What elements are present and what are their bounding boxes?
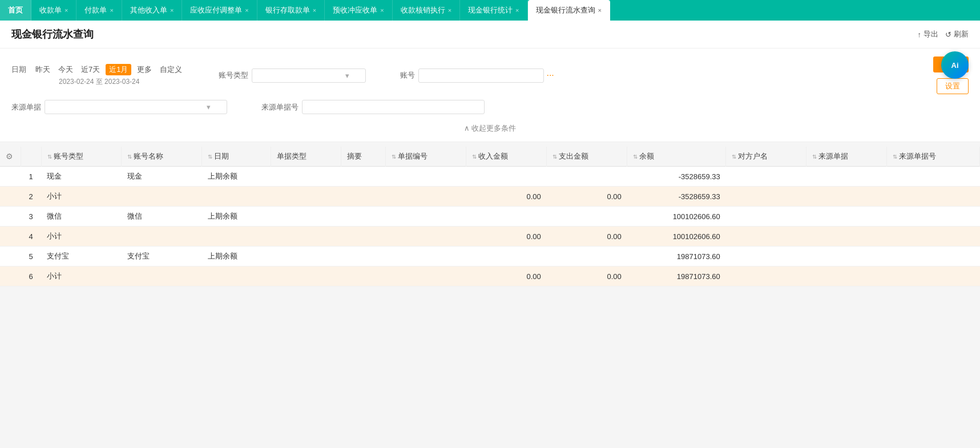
cell-income: 0.00 — [466, 267, 547, 286]
date-btn-1month[interactable]: 近1月 — [106, 64, 131, 75]
close-icon[interactable]: × — [448, 7, 451, 14]
nav-home[interactable]: 首页 — [0, 0, 31, 21]
dots-button[interactable]: ··· — [546, 70, 554, 80]
cell-income — [466, 247, 547, 267]
cell-doc-num — [386, 247, 466, 267]
close-icon[interactable]: × — [515, 7, 519, 14]
chevron-down-icon-2: ▾ — [207, 103, 211, 111]
cell-doc-num — [386, 187, 466, 207]
close-icon[interactable]: × — [110, 7, 113, 14]
close-icon[interactable]: × — [170, 7, 174, 14]
col-gear[interactable]: ⚙ — [0, 147, 21, 167]
date-btn-today[interactable]: 今天 — [56, 64, 75, 75]
refresh-button[interactable]: ↺ 刷新 — [945, 29, 969, 39]
account-type-label: 账号类型 — [219, 70, 248, 80]
date-btn-yesterday[interactable]: 昨天 — [33, 64, 53, 75]
table-header: ⚙ ⇅账号类型 ⇅账号名称 ⇅日期 单据类型 摘要 ⇅单据编号 ⇅收入金额 ⇅支… — [0, 147, 980, 167]
cell-account-type: 现金 — [41, 167, 122, 187]
col-date[interactable]: ⇅日期 — [202, 147, 271, 167]
cell-account-type: 微信 — [41, 207, 122, 227]
cell-gear — [0, 267, 21, 286]
nav-tab-cash-flow[interactable]: 现金银行流水查询 × — [528, 0, 610, 21]
cell-expense — [547, 207, 627, 227]
col-account-type[interactable]: ⇅账号类型 — [41, 147, 122, 167]
cell-balance: 19871073.60 — [627, 247, 726, 267]
col-summary: 摘要 — [341, 147, 386, 167]
cell-date — [202, 187, 271, 207]
chevron-down-icon: ▾ — [345, 71, 349, 80]
cell-gear — [0, 167, 21, 187]
close-icon[interactable]: × — [380, 7, 384, 14]
cell-account-type: 小计 — [41, 227, 122, 247]
table-row: 6小计0.000.0019871073.60 — [0, 267, 980, 286]
account-filter: 账号 ··· — [400, 68, 554, 83]
nav-tab-payments[interactable]: 付款单 × — [76, 0, 122, 21]
close-icon[interactable]: × — [64, 7, 68, 14]
source-doc-select[interactable]: ▾ — [45, 100, 227, 114]
nav-tab-cash-stats[interactable]: 现金银行统计 × — [460, 0, 527, 21]
date-btn-7days[interactable]: 近7天 — [79, 64, 102, 75]
collapse-bar[interactable]: ∧ 收起更多条件 — [11, 120, 969, 136]
col-counterpart[interactable]: ⇅对方户名 — [726, 147, 806, 167]
date-btn-more[interactable]: 更多 — [135, 64, 154, 75]
nav-tab-other-income[interactable]: 其他收入单 × — [122, 0, 182, 21]
col-num — [21, 147, 41, 167]
cell-counterpart — [726, 227, 806, 247]
cell-counterpart — [726, 207, 806, 227]
cell-summary — [341, 247, 386, 267]
cell-account-name: 微信 — [122, 207, 202, 227]
close-icon[interactable]: × — [598, 7, 602, 14]
account-type-select[interactable]: ▾ — [252, 68, 366, 83]
settings-button[interactable]: 设置 — [937, 78, 969, 94]
ai-badge[interactable]: Ai — [941, 51, 969, 79]
cell-expense: 0.00 — [547, 187, 627, 207]
top-nav: 首页 收款单 × 付款单 × 其他收入单 × 应收应付调整单 × 银行存取款单 … — [0, 0, 980, 21]
export-button[interactable]: ↑ 导出 — [918, 29, 939, 39]
cell-num: 1 — [21, 167, 41, 187]
col-doc-num[interactable]: ⇅单据编号 — [386, 147, 466, 167]
cell-date: 上期余额 — [202, 247, 271, 267]
cell-income — [466, 207, 547, 227]
cell-gear — [0, 187, 21, 207]
close-icon[interactable]: × — [245, 7, 248, 14]
cell-counterpart — [726, 267, 806, 286]
col-doc-type: 单据类型 — [271, 147, 341, 167]
cell-gear — [0, 247, 21, 267]
cell-num: 5 — [21, 247, 41, 267]
cell-counterpart — [726, 167, 806, 187]
cell-income: 0.00 — [466, 187, 547, 207]
account-input[interactable] — [418, 68, 544, 83]
nav-tab-receipts[interactable]: 收款单 × — [31, 0, 76, 21]
date-btn-custom[interactable]: 自定义 — [158, 64, 184, 75]
cell-balance: 19871073.60 — [627, 267, 726, 286]
nav-tab-prepaid[interactable]: 预收冲应收单 × — [325, 0, 392, 21]
col-source-doc[interactable]: ⇅来源单据 — [806, 147, 887, 167]
cell-num: 3 — [21, 207, 41, 227]
cell-account-name — [122, 267, 202, 286]
cell-gear — [0, 207, 21, 227]
col-income[interactable]: ⇅收入金额 — [466, 147, 547, 167]
cell-num: 4 — [21, 227, 41, 247]
nav-tab-bank-deposits[interactable]: 银行存取款单 × — [257, 0, 325, 21]
cell-source-doc-num — [887, 207, 980, 227]
cell-doc-num — [386, 207, 466, 227]
gear-icon[interactable]: ⚙ — [6, 152, 13, 161]
col-source-doc-num[interactable]: ⇅来源单据号 — [887, 147, 980, 167]
col-balance[interactable]: ⇅余额 — [627, 147, 726, 167]
cell-expense: 0.00 — [547, 227, 627, 247]
nav-tab-adjustments[interactable]: 应收应付调整单 × — [182, 0, 257, 21]
cell-account-type: 小计 — [41, 187, 122, 207]
cell-income — [466, 167, 547, 187]
page-header: 现金银行流水查询 ↑ 导出 ↺ 刷新 — [0, 21, 980, 49]
source-doc-num-input[interactable] — [302, 100, 485, 114]
col-expense[interactable]: ⇅支出金额 — [547, 147, 627, 167]
cell-date: 上期余额 — [202, 167, 271, 187]
date-filter: 日期 昨天 今天 近7天 近1月 更多 自定义 2023-02-24 至 202… — [11, 64, 184, 87]
table-row: 1现金现金上期余额-3528659.33 — [0, 167, 980, 187]
col-account-name[interactable]: ⇅账号名称 — [122, 147, 202, 167]
nav-tab-collection[interactable]: 收款核销执行 × — [393, 0, 460, 21]
cell-account-type: 支付宝 — [41, 247, 122, 267]
date-label: 日期 — [11, 64, 26, 75]
cell-doc-type — [271, 167, 341, 187]
close-icon[interactable]: × — [313, 7, 316, 14]
